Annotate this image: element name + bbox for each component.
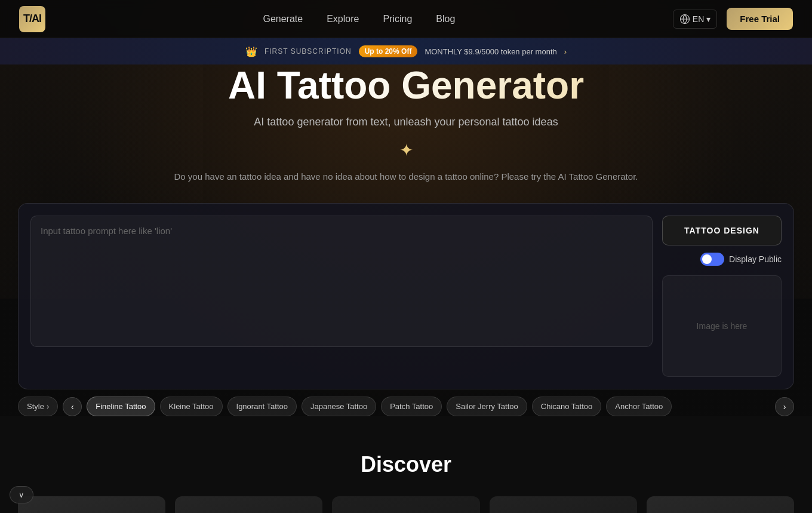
discover-card-4[interactable] bbox=[490, 496, 637, 513]
style-tabs-row: Style › ‹ Fineline Tattoo Kleine Tattoo … bbox=[18, 397, 794, 416]
language-selector[interactable]: EN ▾ bbox=[673, 10, 717, 29]
free-trial-button[interactable]: Free Trial bbox=[727, 8, 793, 30]
prompt-input[interactable] bbox=[30, 216, 653, 347]
style-tab-fineline[interactable]: Fineline Tattoo bbox=[87, 397, 155, 416]
discover-section: Discover bbox=[0, 416, 812, 513]
discover-card-3[interactable] bbox=[332, 496, 479, 513]
hero-title: AI Tattoo Generator bbox=[12, 64, 800, 106]
style-tab-japanese[interactable]: Japanese Tattoo bbox=[302, 397, 376, 416]
style-tab-ignorant[interactable]: Ignorant Tattoo bbox=[227, 397, 297, 416]
public-toggle-switch[interactable] bbox=[700, 253, 724, 266]
sparkle-icon: ✦ bbox=[12, 140, 800, 160]
nav-link-pricing[interactable]: Pricing bbox=[383, 14, 412, 24]
logo-mark: T/AI bbox=[19, 6, 45, 32]
style-tab-anchor[interactable]: Anchor Tattoo bbox=[606, 397, 672, 416]
chevron-down-icon: ∨ bbox=[19, 490, 24, 499]
hero-content: AI Tattoo Generator AI tattoo generator … bbox=[0, 64, 812, 203]
chevron-down-icon: ▾ bbox=[706, 14, 710, 24]
discover-card-1[interactable] bbox=[18, 496, 165, 513]
display-public-label: Display Public bbox=[729, 254, 782, 264]
image-preview: Image is here bbox=[662, 275, 782, 377]
lang-label: EN bbox=[693, 14, 704, 24]
promo-arrow-icon: › bbox=[564, 47, 567, 56]
display-public-toggle: Display Public bbox=[662, 253, 782, 266]
nav-link-explore[interactable]: Explore bbox=[327, 14, 359, 24]
style-dropdown-button[interactable]: Style › bbox=[18, 397, 58, 416]
discover-card-5[interactable] bbox=[647, 496, 794, 513]
nav-link-generate[interactable]: Generate bbox=[263, 14, 303, 24]
tattoo-design-button[interactable]: TATTOO DESIGN bbox=[662, 216, 782, 245]
chevron-right-icon: › bbox=[47, 402, 49, 411]
logo[interactable]: T/AI bbox=[19, 6, 45, 32]
style-tab-sailor-jerry[interactable]: Sailor Jerry Tattoo bbox=[447, 397, 527, 416]
discover-title: Discover bbox=[12, 452, 800, 477]
promo-monthly-text: MONTHLY $9.9/5000 token per month bbox=[425, 47, 556, 56]
nav-right: EN ▾ Free Trial bbox=[673, 8, 793, 30]
hero-subtitle: AI tattoo generator from text, unleash y… bbox=[12, 116, 800, 128]
navbar: T/AI Generate Explore Pricing Blog EN ▾ … bbox=[0, 0, 812, 38]
promo-subscription-label: FIRST SUBSCRIPTION bbox=[264, 47, 352, 56]
tabs-next-button[interactable]: › bbox=[775, 397, 794, 416]
nav-links: Generate Explore Pricing Blog bbox=[263, 14, 455, 24]
discover-card-2[interactable] bbox=[175, 496, 322, 513]
promo-banner: 👑 FIRST SUBSCRIPTION Up to 20% Off MONTH… bbox=[0, 38, 812, 64]
crown-icon: 👑 bbox=[245, 46, 257, 57]
style-tabs-scroll: Fineline Tattoo Kleine Tattoo Ignorant T… bbox=[87, 397, 770, 416]
style-tab-chicano[interactable]: Chicano Tattoo bbox=[532, 397, 602, 416]
nav-link-blog[interactable]: Blog bbox=[436, 14, 455, 24]
prompt-area bbox=[30, 216, 653, 377]
tabs-prev-button[interactable]: ‹ bbox=[63, 397, 82, 416]
right-panel: TATTOO DESIGN Display Public bbox=[662, 216, 782, 266]
promo-discount-badge: Up to 20% Off bbox=[359, 45, 418, 57]
hero-description: Do you have an tattoo idea and have no i… bbox=[167, 170, 645, 184]
expand-button[interactable]: ∨ bbox=[10, 486, 33, 503]
discover-grid bbox=[18, 496, 794, 513]
style-label: Style bbox=[27, 402, 44, 411]
style-tab-kleine[interactable]: Kleine Tattoo bbox=[160, 397, 223, 416]
style-tab-patch[interactable]: Patch Tattoo bbox=[381, 397, 442, 416]
generator-card: TATTOO DESIGN Display Public Image is he… bbox=[18, 203, 794, 389]
image-placeholder-text: Image is here bbox=[697, 321, 748, 331]
globe-icon bbox=[679, 14, 690, 24]
